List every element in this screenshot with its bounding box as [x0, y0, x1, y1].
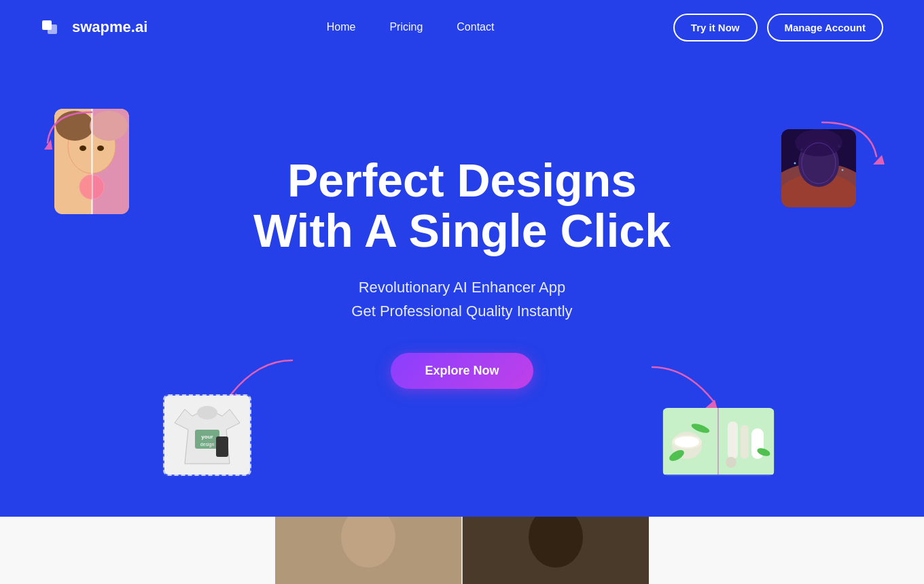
hero-image-cosmetics — [662, 408, 775, 476]
svg-text:your: your — [201, 434, 213, 440]
hero-image-woman — [54, 109, 129, 214]
woman-portrait-svg — [54, 109, 129, 214]
hero-section: Perfect Designs With A Single Click Revo… — [0, 0, 924, 517]
svg-point-44 — [726, 457, 736, 468]
woman-image — [54, 109, 129, 214]
nav-pricing[interactable]: Pricing — [389, 21, 423, 33]
hero-image-scifi — [781, 129, 856, 207]
svg-point-27 — [197, 406, 217, 419]
navbar: swapme.ai Home Pricing Contact Try it No… — [0, 0, 924, 54]
explore-now-button[interactable]: Explore Now — [391, 353, 533, 389]
split-preview-image — [275, 517, 649, 584]
svg-rect-1 — [48, 24, 57, 34]
svg-marker-13 — [44, 139, 52, 150]
hero-subtitle: Revolutionary AI Enhancer App Get Profes… — [351, 275, 572, 323]
svg-point-37 — [675, 436, 699, 447]
arrow-bottom-right — [639, 360, 727, 415]
svg-point-21 — [842, 169, 844, 171]
svg-rect-40 — [728, 422, 738, 459]
below-preview-svg — [275, 517, 649, 584]
scifi-portrait-svg — [781, 129, 856, 207]
below-section — [0, 517, 924, 584]
hero-image-tshirt: your design — [163, 394, 251, 476]
svg-point-7 — [90, 111, 128, 141]
svg-point-19 — [794, 162, 796, 165]
svg-rect-31 — [216, 436, 228, 457]
logo[interactable]: swapme.ai — [41, 15, 147, 39]
tshirt-svg: your design — [164, 396, 250, 475]
try-it-now-button[interactable]: Try it Now — [673, 14, 758, 41]
nav-contact[interactable]: Contact — [457, 21, 494, 33]
svg-marker-24 — [873, 155, 885, 165]
nav-links: Home Pricing Contact — [327, 21, 495, 33]
svg-point-9 — [97, 145, 104, 151]
cosmetics-svg — [663, 408, 774, 475]
scifi-image — [781, 129, 856, 207]
logo-icon — [41, 15, 65, 39]
svg-point-8 — [79, 145, 86, 151]
svg-rect-41 — [741, 425, 749, 459]
hero-title: Perfect Designs With A Single Click — [253, 155, 671, 257]
nav-home[interactable]: Home — [327, 21, 356, 33]
nav-buttons: Try it Now Manage Account — [673, 14, 883, 41]
logo-text: swapme.ai — [72, 18, 147, 36]
manage-account-button[interactable]: Manage Account — [767, 14, 883, 41]
svg-point-6 — [56, 111, 94, 141]
svg-text:design: design — [200, 442, 215, 447]
